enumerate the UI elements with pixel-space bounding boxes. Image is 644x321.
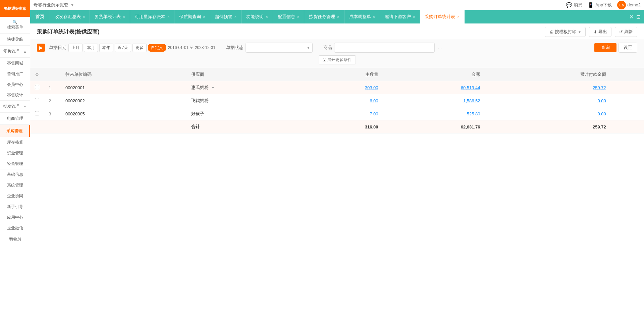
tab-inventory-account[interactable]: 可用量库存账本 × (130, 10, 174, 23)
sidebar-item-quick-nav[interactable]: 快捷导航 (0, 34, 30, 46)
column-settings-icon[interactable]: ⚙ (35, 72, 39, 77)
sidebar-item-vip[interactable]: 畅会员 (0, 233, 30, 244)
td-paid-amount[interactable]: 0.00 (485, 107, 611, 120)
export-button[interactable]: ⬇ 导出 (589, 27, 611, 37)
tab-config-info[interactable]: 配置信息 × (273, 10, 304, 23)
td-amount[interactable]: 1,586.52 (383, 94, 485, 107)
tab-function-desc[interactable]: 功能说明 × (241, 10, 273, 23)
sidebar-item-finance[interactable]: 资金管理 (0, 148, 30, 158)
settings-button[interactable]: 设置 (619, 43, 637, 53)
inventory-label: 库存核算 (7, 140, 23, 145)
sidebar-item-new-guide[interactable]: 新手引导 (0, 201, 30, 212)
supplier-code-col-label: 往来单位编码 (65, 72, 92, 77)
td-quantity[interactable]: 7.00 (303, 107, 383, 120)
footer-td-code (61, 120, 186, 133)
enterprise-coop-label: 企业协同 (7, 193, 23, 199)
search-button[interactable]: 查询 (594, 43, 616, 52)
tab-purchase-summary[interactable]: 采购订单统计表 × (420, 10, 464, 23)
page-header: 采购订单统计表(按供应商) 🖨 按模板打印 ▼ ⬇ 导出 ↺ 刷新 (30, 23, 644, 39)
filter-toggle-btn[interactable]: ▶ (37, 44, 45, 52)
th-supplier-code[interactable]: 往来单位编码 (61, 68, 186, 81)
expand-tabs-btn[interactable]: ⊡ (636, 14, 641, 20)
sidebar-item-basic-info[interactable]: 基础信息 (0, 169, 30, 180)
status-select[interactable] (246, 43, 313, 53)
message-btn[interactable]: 💬 消息 (566, 2, 582, 8)
td-amount[interactable]: 525.80 (383, 107, 485, 120)
row-checkbox[interactable] (35, 85, 39, 89)
tab-close-icon[interactable]: × (373, 15, 375, 19)
tab-pick-task[interactable]: 拣货任务管理 × (304, 10, 344, 23)
tab-cost-adjust[interactable]: 成本调整单 × (344, 10, 380, 23)
sidebar-item-operation[interactable]: 经营管理 (0, 158, 30, 169)
td-paid-amount[interactable]: 0.00 (485, 94, 611, 107)
date-last-month-btn[interactable]: 上月 (68, 44, 83, 52)
tab-close-icon[interactable]: × (413, 15, 415, 19)
sidebar-item-enterprise-wechat[interactable]: 企业微信 (0, 223, 30, 233)
member-label: 会员中心 (7, 82, 23, 88)
expand-icon: ⊻ (323, 58, 326, 62)
tabbar: 首页 收发存汇总表 × 要货单统计表 × 可用量库存账本 × 保质期查询 × 超… (30, 10, 644, 23)
tab-close-icon[interactable]: × (266, 15, 268, 19)
td-paid-amount[interactable]: 259.72 (485, 81, 611, 94)
date-last7-btn[interactable]: 近7天 (115, 44, 131, 52)
expand-more-btn[interactable]: ⊻ 展开更多条件 (319, 55, 356, 64)
goods-search-input[interactable] (334, 43, 435, 53)
tab-close-icon[interactable]: × (123, 15, 125, 19)
th-supplier-name[interactable]: 供应商 (186, 68, 302, 81)
sidebar-item-member[interactable]: 会员中心 (0, 79, 30, 90)
tab-invite-downstream[interactable]: 邀请下游客户 × (380, 10, 420, 23)
td-amount[interactable]: 60,519.44 (383, 81, 485, 94)
print-button[interactable]: 🖨 按模板打印 ▼ (545, 27, 586, 37)
sidebar-item-system[interactable]: 系统管理 (0, 180, 30, 191)
th-quantity[interactable]: 主数量 (303, 68, 383, 81)
th-paid-amount[interactable]: 累计付款金额 (485, 68, 611, 81)
sidebar-item-search[interactable]: 🔍 搜索英单 (0, 17, 30, 34)
tab-close-icon[interactable]: × (457, 15, 459, 19)
page-title: 采购订单统计表(按供应商) (37, 29, 100, 36)
sidebar-item-inventory[interactable]: 库存核算 (0, 137, 30, 148)
sidebar-item-retail-store[interactable]: 零售商城 (0, 58, 30, 68)
tab-close-icon[interactable]: × (234, 15, 236, 19)
tab-label: 功能说明 (246, 14, 264, 20)
tab-goods-summary[interactable]: 要货单统计表 × (90, 10, 130, 23)
td-supplier-name: 飞鹤奶粉 (186, 94, 302, 107)
user-info[interactable]: Ea demo2 (617, 1, 641, 9)
tab-close-icon[interactable]: × (203, 15, 205, 19)
tab-close-icon[interactable]: × (167, 15, 169, 19)
refresh-button[interactable]: ↺ 刷新 (615, 27, 637, 37)
date-this-year-btn[interactable]: 本年 (99, 44, 113, 52)
td-quantity[interactable]: 303.00 (303, 81, 383, 94)
sidebar-item-wholesale[interactable]: 批发管理 ▼ (0, 101, 30, 113)
close-all-tabs-btn[interactable]: ✕ (629, 14, 634, 20)
td-quantity[interactable]: 6.00 (303, 94, 383, 107)
date-more-btn[interactable]: 更多 (132, 44, 147, 52)
td-checkbox[interactable] (30, 107, 44, 120)
sidebar-item-retail[interactable]: 零售管理 ▲ (0, 46, 30, 58)
app-download-btn[interactable]: 📱 App下载 (588, 2, 612, 8)
sidebar-item-retail-stat[interactable]: 零售统计 (0, 90, 30, 101)
row-checkbox[interactable] (35, 111, 39, 115)
sidebar-item-marketing[interactable]: 营销推广 (0, 68, 30, 79)
td-checkbox[interactable] (30, 94, 44, 107)
sidebar-item-app-center[interactable]: 应用中心 (0, 212, 30, 223)
topbar: 母婴行业演示账套 ▼ 💬 消息 📱 App下载 Ea demo2 (30, 0, 644, 10)
tab-close-icon[interactable]: × (337, 15, 339, 19)
tab-overstock-warning[interactable]: 超储预警 × (210, 10, 241, 23)
row-checkbox[interactable] (35, 98, 39, 102)
tab-warranty-query[interactable]: 保质期查询 × (174, 10, 210, 23)
tab-close-icon[interactable]: × (83, 15, 85, 19)
td-checkbox[interactable] (30, 81, 44, 94)
tab-home[interactable]: 首页 (30, 10, 50, 23)
amount-col-label: 金额 (472, 72, 480, 77)
table-row: 1 00020001 惠氏奶粉 ▼ 303.00 60,519.44 259.7… (30, 81, 644, 94)
sidebar-item-ecommerce[interactable]: 电商管理 (0, 113, 30, 125)
sidebar-item-enterprise-coop[interactable]: 企业协同 (0, 191, 30, 201)
workspace-dropdown-icon[interactable]: ▼ (70, 3, 74, 7)
goods-more-icon[interactable]: ··· (438, 45, 442, 50)
sidebar-item-label: 搜索英单 (7, 24, 23, 30)
date-this-month-btn[interactable]: 本月 (84, 44, 98, 52)
th-amount[interactable]: 金额 (383, 68, 485, 81)
tab-close-icon[interactable]: × (297, 15, 299, 19)
tab-collect-summary[interactable]: 收发存汇总表 × (50, 10, 90, 23)
sidebar-item-purchase[interactable]: 采购管理 (0, 125, 30, 137)
